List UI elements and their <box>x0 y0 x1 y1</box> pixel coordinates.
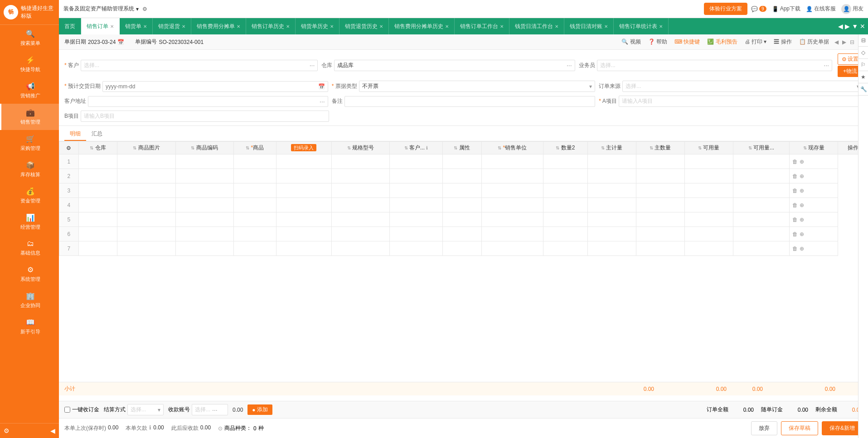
sidebar-item-finance[interactable]: 💰 资金管理 <box>0 183 59 209</box>
delete-row-icon[interactable]: 🗑 <box>792 188 798 194</box>
shortcut-btn[interactable]: ⌨ 快捷键 <box>673 37 702 47</box>
tab-reconciliation[interactable]: 钱货日清对账 ✕ <box>564 18 614 34</box>
tab-sales-order-close[interactable]: ✕ <box>110 24 114 29</box>
row-cell-0[interactable] <box>78 241 117 256</box>
sidebar-item-sales[interactable]: 💼 销售管理 <box>0 104 59 130</box>
row-cell-0[interactable] <box>78 169 117 183</box>
row-cell-2[interactable] <box>175 241 233 256</box>
tab-return-history-close[interactable]: ✕ <box>379 24 383 29</box>
tab-home[interactable]: 首页 <box>59 18 81 34</box>
row-cell-2[interactable] <box>175 169 233 183</box>
row-cell-4[interactable] <box>276 169 331 183</box>
side-icon-1[interactable]: ⊟ <box>858 34 868 47</box>
row-cell-8[interactable] <box>481 227 543 241</box>
tab-cash-workbench-close[interactable]: ✕ <box>555 24 558 29</box>
save-new-btn[interactable]: 保存&新增 <box>822 421 863 435</box>
history-btn[interactable]: 📋 历史单据 <box>797 37 831 47</box>
delete-row-icon[interactable]: 🗑 <box>792 173 798 179</box>
tab-cash-workbench[interactable]: 钱货日清工作台 ✕ <box>509 18 564 34</box>
row-cell-3[interactable] <box>233 241 276 256</box>
help-btn[interactable]: ❓ 帮助 <box>646 37 669 47</box>
tab-expense-close[interactable]: ✕ <box>237 24 240 29</box>
delivery-date-text-input[interactable] <box>106 83 318 90</box>
row-cell-11[interactable] <box>636 198 684 212</box>
calendar-icon[interactable]: 📅 <box>117 39 124 45</box>
delete-row-icon[interactable]: 🗑 <box>792 202 798 208</box>
payment-select[interactable]: 选择... ▾ <box>127 404 164 415</box>
row-cell-13[interactable] <box>733 183 790 198</box>
row-cell-8[interactable] <box>481 241 543 256</box>
row-cell-5[interactable] <box>332 212 390 227</box>
row-cell-12[interactable] <box>684 198 733 212</box>
row-cell-7[interactable] <box>442 227 481 241</box>
row-cell-9[interactable] <box>543 227 588 241</box>
sidebar-item-quicknav[interactable]: ⚡ 快捷导航 <box>0 51 59 77</box>
row-cell-3[interactable] <box>233 183 276 198</box>
row-cell-7[interactable] <box>442 198 481 212</box>
side-icon-4[interactable]: ★ <box>858 71 868 83</box>
tab-invoice-history-close[interactable]: ✕ <box>330 24 334 29</box>
row-cell-13[interactable] <box>733 212 790 227</box>
row-cell-6[interactable] <box>390 227 442 241</box>
sidebar-item-system[interactable]: ⚙ 系统管理 <box>0 261 59 287</box>
copy-row-icon[interactable]: ⊕ <box>800 188 804 194</box>
row-cell-12[interactable] <box>684 227 733 241</box>
row-cell-11[interactable] <box>636 169 684 183</box>
row-cell-4[interactable] <box>276 154 331 169</box>
col-gear[interactable]: ⚙ <box>59 142 79 154</box>
row-cell-3[interactable] <box>233 154 276 169</box>
row-cell-7[interactable] <box>442 212 481 227</box>
salesperson-input[interactable]: 选择... ··· <box>597 60 832 71</box>
sidebar-item-basic[interactable]: 🗂 基础信息 <box>0 235 59 261</box>
nav-right-icon[interactable]: ▶ <box>842 39 846 45</box>
row-cell-0[interactable] <box>78 198 117 212</box>
warehouse-input[interactable]: 成品库 ··· <box>334 60 575 71</box>
delivery-date-input[interactable]: 📅 <box>102 81 328 92</box>
account-dots[interactable]: ··· <box>212 406 218 414</box>
tab-detail[interactable]: 明细 <box>64 128 86 141</box>
row-cell-12[interactable] <box>684 183 733 198</box>
row-cell-11[interactable] <box>636 212 684 227</box>
row-cell-5[interactable] <box>332 154 390 169</box>
table-view-icon[interactable]: ⊟ <box>850 39 854 45</box>
delete-row-icon[interactable]: 🗑 <box>792 231 798 237</box>
sidebar-item-guide[interactable]: 📖 新手引导 <box>0 313 59 340</box>
row-cell-7[interactable] <box>442 183 481 198</box>
sidebar-item-operations[interactable]: 📊 经营管理 <box>0 209 59 235</box>
row-cell-5[interactable] <box>332 183 390 198</box>
row-cell-1[interactable] <box>117 154 175 169</box>
nav-prev-icon[interactable]: ◀ <box>838 23 843 30</box>
scan-btn[interactable]: 扫码录入 <box>291 144 316 151</box>
nav-more-icon[interactable]: ▼ <box>852 23 858 30</box>
app-download-action[interactable]: 📱 App下载 <box>772 5 800 13</box>
warehouse-dots[interactable]: ··· <box>567 62 572 69</box>
tab-expense[interactable]: 销售费用分摊单 ✕ <box>191 18 246 34</box>
profit-forecast-btn[interactable]: 💹 毛利预告 <box>705 37 739 47</box>
row-cell-11[interactable] <box>636 241 684 256</box>
row-cell-5[interactable] <box>332 198 390 212</box>
row-cell-8[interactable] <box>481 198 543 212</box>
copy-row-icon[interactable]: ⊕ <box>800 231 804 237</box>
row-cell-9[interactable] <box>543 212 588 227</box>
row-cell-13[interactable] <box>733 154 790 169</box>
row-cell-10[interactable] <box>587 183 636 198</box>
calendar-small-icon[interactable]: 📅 <box>318 83 325 90</box>
row-cell-1[interactable] <box>117 198 175 212</box>
tab-expense-history[interactable]: 销售费用分摊单历史 ✕ <box>389 18 455 34</box>
row-cell-8[interactable] <box>481 183 543 198</box>
row-cell-5[interactable] <box>332 241 390 256</box>
row-cell-9[interactable] <box>543 241 588 256</box>
row-cell-7[interactable] <box>442 154 481 169</box>
row-cell-8[interactable] <box>481 212 543 227</box>
trial-btn[interactable]: 体验行业方案 <box>704 3 747 15</box>
message-action[interactable]: 💬 9 <box>751 6 766 12</box>
row-cell-13[interactable] <box>733 198 790 212</box>
sidebar-item-marketing[interactable]: 📢 营销推广 <box>0 77 59 104</box>
b-project-input[interactable]: 请输入B项目 <box>81 111 329 122</box>
account-input[interactable]: 选择... ··· <box>192 404 228 415</box>
row-cell-1[interactable] <box>117 169 175 183</box>
customer-dots[interactable]: ··· <box>310 62 315 69</box>
row-cell-9[interactable] <box>543 198 588 212</box>
row-cell-3[interactable] <box>233 227 276 241</box>
address-dots[interactable]: ··· <box>320 98 325 105</box>
